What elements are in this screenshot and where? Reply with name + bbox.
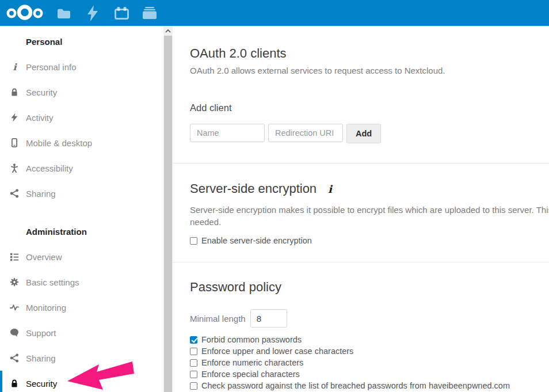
sidebar-item-label: Basic settings — [26, 277, 79, 287]
checkbox[interactable] — [190, 382, 197, 390]
encryption-description-line1: Server-side encryption makes it possible… — [190, 204, 549, 216]
checkbox-label: Enforce upper and lower case characters — [201, 347, 353, 356]
checkbox-label: Enforce numeric characters — [201, 358, 303, 367]
chat-icon — [10, 328, 19, 337]
checkbox-label: Check password against the list of breac… — [201, 381, 510, 390]
checkbox[interactable] — [190, 237, 197, 245]
checkbox[interactable] — [190, 348, 197, 355]
sidebar-item-security-personal[interactable]: Security — [0, 79, 163, 105]
sidebar-item-activity[interactable]: Activity — [0, 105, 163, 130]
checkbox-label: Forbid common passwords — [201, 335, 302, 344]
checkbox[interactable] — [190, 359, 197, 367]
check-haveibeenpwned-row[interactable]: Check password against the list of breac… — [190, 380, 549, 391]
add-client-button[interactable]: Add — [346, 124, 381, 143]
calendar-app-icon[interactable] — [113, 0, 129, 26]
enable-encryption-checkbox-row[interactable]: Enable server-side encryption — [190, 236, 549, 245]
scrollbar-thumb[interactable] — [164, 36, 172, 392]
minimal-length-row: Minimal length — [190, 309, 549, 328]
client-name-input[interactable] — [190, 124, 265, 142]
sidebar-item-label: Sharing — [26, 189, 56, 199]
sidebar-item-security-admin[interactable]: Security — [0, 371, 163, 392]
sidebar-item-overview[interactable]: Overview — [0, 244, 163, 269]
security-settings-content: OAuth 2.0 clients OAuth 2.0 allows exter… — [173, 26, 549, 391]
password-policy-section: Password policy Minimal length Forbid co… — [173, 262, 549, 391]
forbid-common-passwords-row[interactable]: Forbid common passwords — [190, 334, 549, 345]
deck-app-icon[interactable] — [142, 0, 158, 26]
sidebar-heading-personal: Personal — [0, 29, 163, 54]
lock-icon — [10, 379, 19, 388]
checkbox-label: Enable server-side encryption — [201, 236, 312, 245]
checkbox[interactable] — [190, 371, 197, 378]
sidebar-item-label: Overview — [26, 252, 62, 262]
oauth-description: OAuth 2.0 allows external services to re… — [190, 66, 549, 75]
share-icon — [10, 353, 19, 363]
chevron-up-icon — [165, 29, 171, 33]
files-app-icon[interactable] — [56, 0, 72, 26]
sidebar-item-sharing-admin[interactable]: Sharing — [0, 345, 163, 371]
oauth-section: OAuth 2.0 clients OAuth 2.0 allows exter… — [173, 26, 549, 163]
scroll-up-button[interactable] — [163, 26, 173, 36]
sidebar-item-monitoring[interactable]: Monitoring — [0, 295, 163, 320]
list-icon — [10, 252, 19, 261]
encryption-description-line2: needed. — [190, 216, 549, 228]
enforce-upper-lower-row[interactable]: Enforce upper and lower case characters — [190, 345, 549, 357]
encryption-title: Server-side encryptioni — [190, 182, 549, 196]
top-header — [0, 0, 549, 26]
checkbox[interactable] — [190, 336, 197, 344]
sidebar-scrollbar[interactable] — [163, 26, 173, 392]
sidebar-item-mobile-desktop[interactable]: Mobile & desktop — [0, 130, 163, 155]
sidebar-item-label: Activity — [26, 113, 54, 123]
sidebar-item-basic-settings[interactable]: Basic settings — [0, 269, 163, 295]
redirection-uri-input[interactable] — [268, 124, 343, 142]
minimal-length-label: Minimal length — [190, 314, 246, 324]
enforce-special-row[interactable]: Enforce special characters — [190, 368, 549, 380]
password-policy-checkboxes: Forbid common passwords Enforce upper an… — [190, 334, 549, 391]
settings-sidebar: Personal i Personal info Security Activi… — [0, 26, 163, 392]
sidebar-item-personal-info[interactable]: i Personal info — [0, 54, 163, 79]
minimal-length-input[interactable] — [250, 309, 287, 328]
sidebar-item-label: Mobile & desktop — [26, 138, 92, 148]
nextcloud-logo[interactable] — [6, 5, 43, 21]
sidebar-item-label: Support — [26, 328, 56, 338]
sidebar-item-label: Accessibility — [26, 163, 73, 173]
add-client-form: Add — [190, 124, 549, 143]
sidebar-item-label: Monitoring — [26, 303, 66, 313]
sidebar-item-label: Security — [26, 379, 57, 389]
sidebar-heading-administration: Administration — [0, 219, 163, 244]
info-icon[interactable]: i — [328, 183, 332, 195]
password-policy-title: Password policy — [190, 280, 549, 294]
sidebar-item-label: Security — [26, 87, 57, 97]
svg-text:i: i — [13, 62, 17, 71]
sidebar-item-support[interactable]: Support — [0, 320, 163, 345]
phone-icon — [10, 138, 19, 147]
sidebar-item-label: Sharing — [26, 353, 56, 363]
activity-app-icon[interactable] — [85, 0, 101, 26]
add-client-label: Add client — [190, 102, 549, 114]
accessibility-icon — [10, 163, 19, 173]
sidebar-item-sharing-personal[interactable]: Sharing — [0, 181, 163, 206]
pulse-icon — [10, 303, 19, 312]
checkbox-label: Enforce special characters — [201, 370, 300, 379]
sidebar-item-accessibility[interactable]: Accessibility — [0, 155, 163, 181]
lock-icon — [10, 87, 19, 97]
sidebar-item-label: Personal info — [26, 62, 77, 72]
share-icon — [10, 189, 19, 198]
oauth-title: OAuth 2.0 clients — [190, 47, 549, 60]
info-icon: i — [10, 62, 19, 71]
lightning-icon — [10, 113, 19, 122]
encryption-section: Server-side encryptioni Server-side encr… — [173, 163, 549, 262]
gear-icon — [10, 277, 19, 287]
enforce-numeric-row[interactable]: Enforce numeric characters — [190, 357, 549, 368]
